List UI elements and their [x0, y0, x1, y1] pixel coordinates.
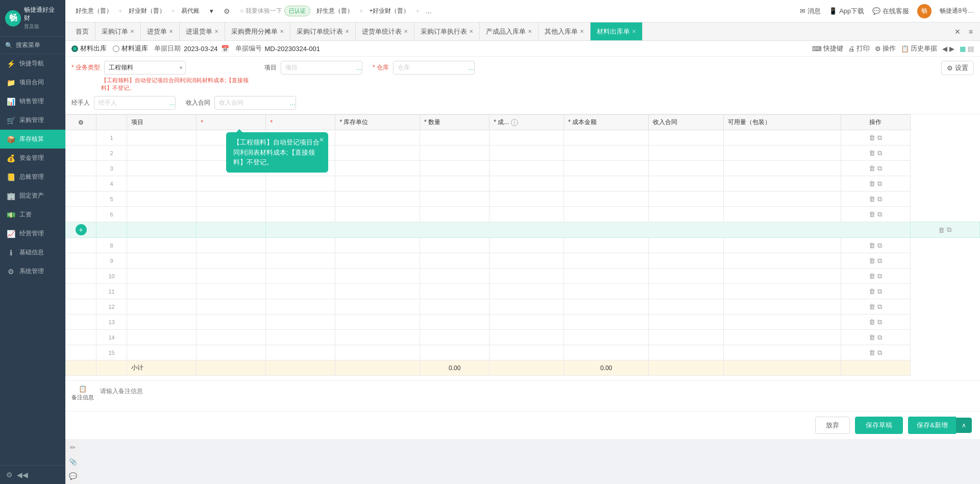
cell-material-15[interactable] — [197, 345, 266, 360]
prev-record-button[interactable]: ◀ — [942, 45, 947, 53]
cell-qty-12[interactable] — [420, 299, 489, 314]
cell-spec-15[interactable] — [266, 345, 335, 360]
cell-add-edit2[interactable] — [197, 222, 266, 238]
cell-income-contract-5[interactable] — [648, 191, 723, 207]
shortcut-key-button[interactable]: ⌨ 快捷键 — [812, 44, 843, 53]
tab-purchase-stats-close[interactable]: ✕ — [345, 29, 349, 34]
sidebar-item-shortcut[interactable]: ⚡ 快捷导航 — [0, 54, 65, 73]
cell-cost-4[interactable] — [489, 176, 564, 191]
delete-row-4-button[interactable]: 🗑 — [869, 180, 875, 187]
tab-inbound-stats[interactable]: 进货单统计表 ✕ — [356, 22, 414, 40]
user-avatar[interactable]: 畅 — [917, 4, 932, 18]
cell-income-contract-11[interactable] — [648, 284, 723, 299]
cell-unit-15[interactable] — [335, 345, 420, 360]
cell-cost-amount-12[interactable] — [564, 299, 649, 314]
cell-unit-5[interactable] — [335, 191, 420, 207]
copy-row-11-button[interactable]: ⧉ — [877, 287, 882, 296]
right-sidebar-clip-icon[interactable]: 📎 — [67, 455, 79, 468]
tab-home[interactable]: 首页 — [69, 22, 95, 40]
cell-cost-9[interactable] — [489, 253, 564, 269]
cell-unit-8[interactable] — [335, 238, 420, 253]
copy-row-9-button[interactable]: ⧉ — [877, 257, 882, 265]
cell-project-4[interactable] — [127, 176, 197, 191]
collapse-icon[interactable]: ◀◀ — [17, 471, 28, 479]
cell-material-14[interactable] — [197, 330, 266, 345]
radio-material-return[interactable]: 材料退库 — [113, 44, 148, 53]
cell-qty-13[interactable] — [420, 314, 489, 330]
tab-inbound-return-close[interactable]: ✕ — [214, 29, 218, 34]
cell-unit-13[interactable] — [335, 314, 420, 330]
app-download-button[interactable]: 📱 App下载 — [829, 7, 864, 16]
copy-row-13-button[interactable]: ⧉ — [877, 318, 882, 326]
cell-income-contract-3[interactable] — [648, 161, 723, 176]
cell-material-5[interactable] — [197, 191, 266, 207]
next-record-button[interactable]: ▶ — [949, 45, 954, 53]
delete-row-10-button[interactable]: 🗑 — [869, 272, 875, 280]
cell-qty-1[interactable] — [420, 130, 489, 146]
cell-spec-11[interactable] — [266, 284, 335, 299]
cell-cost-amount-5[interactable] — [564, 191, 649, 207]
handler-dots-icon[interactable]: … — [169, 100, 175, 107]
project-dots-icon[interactable]: … — [356, 64, 362, 71]
cell-project-12[interactable] — [127, 299, 197, 314]
cell-qty-5[interactable] — [420, 191, 489, 207]
cell-qty-8[interactable] — [420, 238, 489, 253]
cell-cost-2[interactable] — [489, 146, 564, 161]
message-button[interactable]: ✉ 消息 — [800, 7, 821, 16]
delete-row-13-button[interactable]: 🗑 — [869, 318, 875, 326]
cell-available-8[interactable] — [724, 238, 841, 253]
cell-income-contract-14[interactable] — [648, 330, 723, 345]
tab-inbound-close[interactable]: ✕ — [169, 29, 173, 34]
delete-row-12-button[interactable]: 🗑 — [869, 303, 875, 310]
delete-row-8-button[interactable]: 🗑 — [869, 241, 875, 249]
cell-cost-6[interactable] — [489, 207, 564, 222]
sidebar-item-fixed-assets[interactable]: 🏢 固定资产 — [0, 186, 65, 205]
cell-available-2[interactable] — [724, 146, 841, 161]
copy-row-15-button[interactable]: ⧉ — [877, 349, 882, 357]
cell-project-15[interactable] — [127, 345, 197, 360]
cell-qty-11[interactable] — [420, 284, 489, 299]
tab-production-inbound-close[interactable]: ✕ — [528, 29, 532, 34]
cell-spec-13[interactable] — [266, 314, 335, 330]
cell-material-13[interactable] — [197, 314, 266, 330]
sidebar-search[interactable]: 🔍 搜索菜单 — [0, 37, 65, 54]
topbar-dropdown[interactable]: ▾ — [206, 5, 217, 17]
delete-row-3-button[interactable]: 🗑 — [869, 164, 875, 172]
discard-button[interactable]: 放弃 — [815, 417, 850, 434]
cell-cost-5[interactable] — [489, 191, 564, 207]
cell-cost-amount-14[interactable] — [564, 330, 649, 345]
cell-available-12[interactable] — [724, 299, 841, 314]
history-button[interactable]: 📋 历史单据 — [901, 44, 937, 53]
tab-inbound-stats-close[interactable]: ✕ — [404, 29, 408, 34]
cell-income-contract-13[interactable] — [648, 314, 723, 330]
save-new-button[interactable]: 保存&新增 — [908, 417, 956, 434]
sidebar-item-system[interactable]: ⚙ 系统管理 — [0, 262, 65, 281]
topbar-item-haoshengyi2[interactable]: 好生意（普） — [312, 5, 357, 17]
tab-material-outbound[interactable]: 材料出库单 ✕ — [591, 22, 643, 40]
copy-add-row-button[interactable]: ⧉ — [947, 226, 951, 234]
cell-income-contract-15[interactable] — [648, 345, 723, 360]
cell-spec-12[interactable] — [266, 299, 335, 314]
copy-row-10-button[interactable]: ⧉ — [877, 272, 882, 280]
print-button[interactable]: 🖨 打印 — [848, 44, 870, 53]
sidebar-item-sales[interactable]: 📊 销售管理 — [0, 92, 65, 111]
cell-qty-3[interactable] — [420, 161, 489, 176]
cell-cost-1[interactable] — [489, 130, 564, 146]
add-row-button[interactable]: + — [76, 224, 87, 235]
tab-list-button[interactable]: ≡ — [966, 26, 976, 38]
cell-available-9[interactable] — [724, 253, 841, 269]
right-sidebar-annotation-icon[interactable]: ✏ — [67, 441, 79, 453]
cell-available-6[interactable] — [724, 207, 841, 222]
tab-production-inbound[interactable]: 产成品入库单 ✕ — [480, 22, 538, 40]
notes-input[interactable] — [100, 385, 974, 403]
cell-unit-11[interactable] — [335, 284, 420, 299]
copy-row-12-button[interactable]: ⧉ — [877, 303, 882, 311]
cell-available-4[interactable] — [724, 176, 841, 191]
cell-income-contract-6[interactable] — [648, 207, 723, 222]
cell-cost-amount-8[interactable] — [564, 238, 649, 253]
cell-qty-4[interactable] — [420, 176, 489, 191]
cell-income-contract-9[interactable] — [648, 253, 723, 269]
cell-unit-3[interactable] — [335, 161, 420, 176]
cell-available-15[interactable] — [724, 345, 841, 360]
card-view-button[interactable]: ▤ — [968, 45, 974, 53]
